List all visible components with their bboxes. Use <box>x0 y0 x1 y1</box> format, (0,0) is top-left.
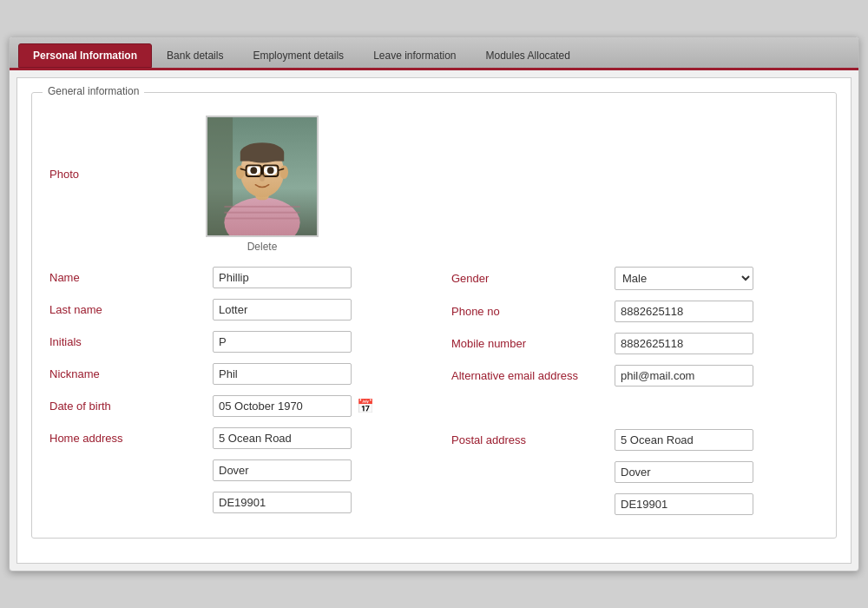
photo-frame <box>206 116 319 237</box>
last-name-input[interactable] <box>213 299 352 321</box>
photo-section: Photo <box>49 116 819 253</box>
app-window: Personal Information Bank details Employ… <box>9 36 859 572</box>
postal-address-label: Postal address <box>451 433 608 446</box>
tab-bar: Personal Information Bank details Employ… <box>10 37 858 70</box>
dob-input-row: 📅 <box>213 395 374 417</box>
alt-email-input[interactable] <box>615 365 753 387</box>
postal-address3-row <box>451 493 819 515</box>
tab-personal-information[interactable]: Personal Information <box>18 43 152 68</box>
svg-rect-3 <box>224 206 299 208</box>
initials-input[interactable] <box>213 331 352 353</box>
home-address3-row <box>49 492 417 513</box>
last-name-row: Last name <box>49 299 417 321</box>
home-address3-input[interactable] <box>213 492 352 513</box>
alt-email-row: Alternative email address <box>451 365 819 387</box>
nickname-row: Nickname <box>49 363 417 385</box>
delete-photo-link[interactable]: Delete <box>247 241 278 253</box>
mobile-input[interactable] <box>615 333 753 354</box>
nickname-input[interactable] <box>213 363 352 385</box>
section-title: General information <box>43 85 144 97</box>
profile-photo <box>207 116 317 237</box>
home-address2-input[interactable] <box>213 459 352 481</box>
dob-input[interactable] <box>213 395 352 417</box>
svg-point-14 <box>250 167 257 174</box>
name-label: Name <box>49 271 206 284</box>
svg-rect-9 <box>240 153 284 162</box>
postal-address-row: Postal address <box>451 429 819 451</box>
dob-row: Date of birth 📅 <box>49 395 417 417</box>
main-content: General information Photo <box>16 77 852 564</box>
tab-bank-details[interactable]: Bank details <box>152 43 238 68</box>
svg-point-21 <box>260 175 265 182</box>
gender-select[interactable]: Male Female Other <box>615 267 753 290</box>
postal-address2-row <box>451 461 819 483</box>
form-cols: Name Last name Initials Ni <box>49 267 819 520</box>
phone-label: Phone no <box>451 305 608 318</box>
postal-address1-input[interactable] <box>615 429 753 451</box>
phone-input[interactable] <box>615 301 753 322</box>
photo-label: Photo <box>49 116 206 181</box>
mobile-row: Mobile number <box>451 333 819 354</box>
phone-row: Phone no <box>451 301 819 322</box>
postal-address2-input[interactable] <box>615 461 753 483</box>
svg-rect-4 <box>224 212 299 214</box>
general-information-section: General information Photo <box>31 92 837 539</box>
svg-point-15 <box>267 167 274 174</box>
calendar-icon[interactable]: 📅 <box>357 398 374 414</box>
nickname-label: Nickname <box>49 367 206 380</box>
right-column: Gender Male Female Other Phone no <box>417 267 819 520</box>
gender-label: Gender <box>451 272 608 285</box>
tab-leave-information[interactable]: Leave information <box>358 43 470 68</box>
gender-row: Gender Male Female Other <box>451 267 819 290</box>
name-input[interactable] <box>213 267 352 288</box>
initials-label: Initials <box>49 335 206 348</box>
name-row: Name <box>49 267 417 288</box>
last-name-label: Last name <box>49 303 206 316</box>
photo-container: Delete <box>206 116 319 253</box>
tab-employment-details[interactable]: Employment details <box>238 43 358 68</box>
initials-row: Initials <box>49 331 417 353</box>
home-address2-row <box>49 459 417 481</box>
svg-point-11 <box>279 165 288 179</box>
svg-point-10 <box>236 165 245 179</box>
postal-address3-input[interactable] <box>615 493 753 515</box>
left-column: Name Last name Initials Ni <box>49 267 417 520</box>
mobile-label: Mobile number <box>451 337 608 350</box>
dob-label: Date of birth <box>49 400 206 413</box>
svg-rect-5 <box>224 217 299 219</box>
tab-modules-allocated[interactable]: Modules Allocated <box>471 43 585 68</box>
alt-email-label: Alternative email address <box>451 369 608 382</box>
home-address-row: Home address <box>49 427 417 449</box>
home-address1-input[interactable] <box>213 427 352 449</box>
home-address-label: Home address <box>49 432 206 445</box>
